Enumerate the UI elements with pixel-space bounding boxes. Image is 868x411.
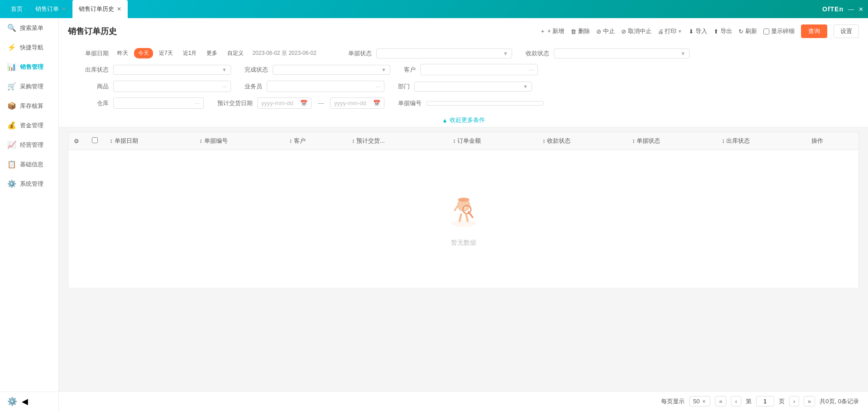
- sidebar-item-finance[interactable]: 💰 资金管理: [0, 116, 58, 135]
- sidebar-item-base-info[interactable]: 📋 基础信息: [0, 155, 58, 174]
- tab-sales-order-history-close[interactable]: ✕: [117, 6, 121, 12]
- salesperson-filter-input[interactable]: ···: [267, 81, 384, 92]
- next-page-button[interactable]: ›: [789, 396, 799, 406]
- cancel-stop-icon: ⊘: [621, 28, 626, 35]
- display-cols-toggle[interactable]: 显示碎细: [763, 27, 795, 35]
- filter-row-3: 商品 ··· 业务员 ··· 部门 ▼: [77, 81, 850, 92]
- tab-sales-order-history[interactable]: 销售订单历史 ✕: [72, 0, 128, 18]
- system-mgmt-icon: ⚙️: [7, 179, 16, 188]
- th-customer[interactable]: ↕ 客户: [284, 132, 346, 150]
- table-header: ⚙ ↕ 单据日期 ↕ 单据编号: [68, 132, 859, 150]
- main-layout: 🔍 搜索菜单 ⚡ 快捷导航 📊 销售管理 🛒 采购管理 📦 库存核算 💰 资金管…: [0, 18, 868, 411]
- complete-status-select[interactable]: ▼: [273, 65, 390, 75]
- sidebar-collapse-icon[interactable]: ◀: [22, 396, 28, 406]
- date-btn-more[interactable]: 更多: [202, 48, 221, 58]
- sidebar-item-operations[interactable]: 📈 经营管理: [0, 135, 58, 155]
- date-btn-custom[interactable]: 自定义: [223, 48, 248, 58]
- search-menu-icon: 🔍: [7, 24, 16, 32]
- date-btn-yesterday[interactable]: 昨天: [113, 48, 132, 58]
- export-button[interactable]: ⬆ 导出: [714, 27, 732, 35]
- delivery-date-to[interactable]: yyyy-mm-dd 📅: [330, 97, 384, 109]
- th-bill-status[interactable]: ↕ 单据状态: [627, 132, 716, 150]
- bill-number-input[interactable]: [426, 101, 544, 106]
- th-settings[interactable]: ⚙: [68, 132, 86, 150]
- complete-status-chevron-icon: ▼: [381, 67, 386, 73]
- toolbar: ＋ + 新增 🗑 删除 ⊘ 中止 ⊘ 取消中止: [540, 24, 859, 38]
- salesperson-filter-label: 业务员: [245, 82, 262, 91]
- last-page-button[interactable]: »: [804, 396, 815, 406]
- calendar-to-icon[interactable]: 📅: [373, 100, 380, 106]
- sidebar-item-system-mgmt[interactable]: ⚙️ 系统管理: [0, 174, 58, 193]
- data-table: ⚙ ↕ 单据日期 ↕ 单据编号: [68, 132, 859, 288]
- tab-sales-order[interactable]: 销售订单 ✕: [29, 0, 72, 18]
- collapse-more-conditions[interactable]: ▲ 收起更多条件: [77, 114, 850, 127]
- tab-home[interactable]: 首页: [5, 0, 29, 18]
- window-close-icon[interactable]: ✕: [858, 6, 863, 13]
- sidebar-item-quick-nav[interactable]: ⚡ 快捷导航: [0, 38, 58, 57]
- table-section: ⚙ ↕ 单据日期 ↕ 单据编号: [59, 127, 868, 391]
- display-cols-checkbox[interactable]: [763, 29, 769, 34]
- calendar-from-icon[interactable]: 📅: [300, 100, 307, 106]
- bill-status-select[interactable]: ▼: [376, 48, 512, 58]
- product-filter-label: 商品: [77, 82, 109, 91]
- sidebar-settings-icon[interactable]: ⚙️: [7, 396, 17, 406]
- inventory-icon: 📦: [7, 102, 16, 110]
- th-delivery[interactable]: ↕ 预计交货...: [346, 132, 447, 150]
- th-checkbox[interactable]: [86, 132, 105, 150]
- receipt-status-label: 收款状态: [526, 49, 549, 58]
- page-size-select[interactable]: 50 ▼: [689, 396, 710, 406]
- dept-filter-label: 部门: [398, 82, 410, 91]
- th-number[interactable]: ↕ 单据编号: [194, 132, 284, 150]
- tab-sales-order-close[interactable]: ✕: [62, 6, 66, 12]
- th-warehouse-status[interactable]: ↕ 出库状态: [716, 132, 806, 150]
- cancel-stop-button[interactable]: ⊘ 取消中止: [621, 27, 652, 35]
- th-date[interactable]: ↕ 单据日期: [105, 132, 194, 150]
- product-filter-input[interactable]: ···: [113, 81, 231, 92]
- print-button[interactable]: 🖨 打印 ▼: [658, 27, 682, 35]
- delete-button[interactable]: 🗑 删除: [571, 27, 590, 35]
- refresh-button[interactable]: ↻ 刷新: [739, 27, 757, 35]
- page-size-chevron-icon: ▼: [701, 399, 706, 404]
- customer-filter-input[interactable]: ···: [420, 64, 538, 75]
- date-btn-1month[interactable]: 近1月: [179, 48, 201, 58]
- filter-area: 单据日期 昨天 今天 近7天 近1月 更多 自定义 2023-06-02 至 2…: [68, 44, 859, 127]
- operations-icon: 📈: [7, 140, 16, 149]
- product-dots-icon: ···: [222, 83, 227, 90]
- select-all-checkbox[interactable]: [92, 137, 98, 143]
- import-button[interactable]: ⬇ 导入: [689, 27, 707, 35]
- prev-page-button[interactable]: ‹: [731, 396, 741, 406]
- refresh-icon: ↻: [739, 28, 743, 35]
- th-amount[interactable]: ↕ 订单金额: [447, 132, 537, 150]
- dept-chevron-icon: ▼: [523, 84, 528, 89]
- sidebar-item-sales-mgmt[interactable]: 📊 销售管理: [0, 57, 58, 77]
- date-filter-label: 单据日期: [77, 49, 109, 58]
- settings-icon[interactable]: ⚙: [74, 138, 79, 145]
- stop-button[interactable]: ⊘ 中止: [596, 27, 615, 35]
- settings-button[interactable]: 设置: [834, 24, 859, 38]
- sales-mgmt-icon: 📊: [7, 63, 16, 71]
- first-page-button[interactable]: «: [715, 396, 726, 406]
- th-receipt-status[interactable]: ↕ 收款状态: [537, 132, 627, 150]
- warehouse-filter-input[interactable]: ···: [113, 97, 204, 109]
- sidebar-item-purchase-mgmt[interactable]: 🛒 采购管理: [0, 77, 58, 96]
- empty-state: 暂无数据: [74, 155, 853, 283]
- add-button[interactable]: ＋ + 新增: [540, 27, 564, 35]
- bill-status-chevron-icon: ▼: [503, 51, 508, 56]
- pagination-bar: 每页显示 50 ▼ « ‹ 第 页 › » 共0页, 0条记录: [59, 391, 868, 411]
- page-number-input[interactable]: [756, 396, 774, 406]
- dept-filter-select[interactable]: ▼: [414, 82, 532, 92]
- warehouse-status-select[interactable]: ▼: [113, 65, 231, 75]
- window-minimize-icon[interactable]: —: [848, 6, 854, 13]
- delivery-date-from[interactable]: yyyy-mm-dd 📅: [257, 97, 312, 109]
- sidebar-item-inventory[interactable]: 📦 库存核算: [0, 96, 58, 116]
- date-btn-today[interactable]: 今天: [134, 48, 153, 58]
- date-btn-7days[interactable]: 近7天: [155, 48, 177, 58]
- sidebar-item-search-menu[interactable]: 🔍 搜索菜单: [0, 18, 58, 38]
- delivery-date-label: 预计交货日期: [217, 99, 253, 107]
- query-button[interactable]: 查询: [801, 24, 827, 38]
- receipt-status-select[interactable]: ▼: [554, 48, 690, 58]
- filter-row-1: 单据日期 昨天 今天 近7天 近1月 更多 自定义 2023-06-02 至 2…: [77, 48, 850, 58]
- delete-icon: 🗑: [571, 28, 576, 35]
- print-icon: 🖨: [658, 28, 664, 35]
- base-info-icon: 📋: [7, 160, 16, 169]
